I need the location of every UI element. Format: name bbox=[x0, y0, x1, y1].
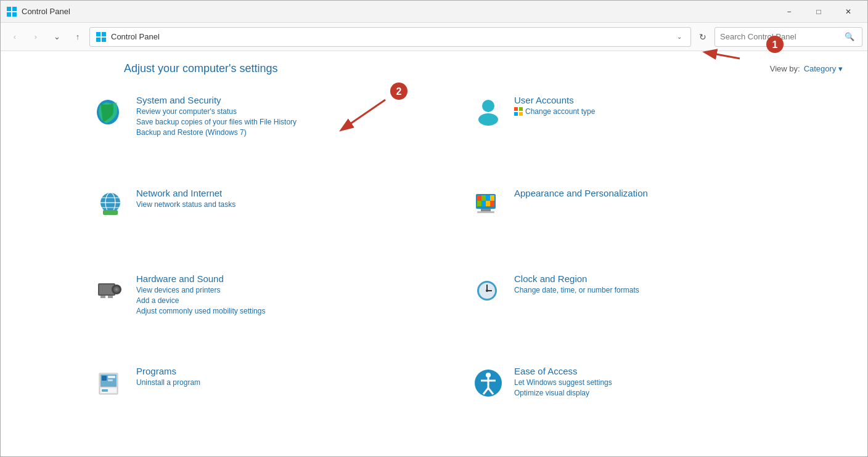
svg-rect-38 bbox=[100, 296, 105, 298]
appearance-text: Appearance and Personalization bbox=[514, 188, 648, 198]
category-hardware-sound[interactable]: Hardware and Sound View devices and prin… bbox=[87, 266, 465, 359]
svg-point-44 bbox=[486, 289, 488, 292]
windows-logo-icon bbox=[514, 107, 523, 116]
network-internet-title[interactable]: Network and Internet bbox=[136, 188, 235, 198]
clock-region-link-0[interactable]: Change date, time, or number formats bbox=[514, 286, 639, 294]
svg-rect-28 bbox=[481, 201, 486, 206]
svg-rect-1 bbox=[12, 7, 17, 11]
system-security-link-0[interactable]: Review your computer's status bbox=[136, 107, 297, 116]
system-security-text: System and Security Review your computer… bbox=[136, 95, 297, 137]
svg-rect-4 bbox=[96, 32, 100, 36]
svg-rect-49 bbox=[108, 379, 113, 381]
system-security-link-2[interactable]: Backup and Restore (Windows 7) bbox=[136, 128, 297, 137]
svg-rect-20 bbox=[103, 210, 118, 215]
app-icon bbox=[6, 6, 18, 18]
minimize-button[interactable]: − bbox=[775, 1, 803, 23]
svg-rect-6 bbox=[96, 38, 100, 42]
back-button[interactable]: ‹ bbox=[6, 28, 24, 46]
top-bar: Adjust your computer's settings View by:… bbox=[1, 51, 867, 81]
network-internet-icon bbox=[93, 188, 128, 222]
clock-region-icon bbox=[471, 273, 506, 308]
svg-rect-47 bbox=[102, 376, 107, 381]
view-by: View by: Category ▾ bbox=[770, 64, 843, 73]
user-accounts-title[interactable]: User Accounts bbox=[514, 95, 595, 105]
svg-rect-2 bbox=[7, 12, 11, 17]
address-bar: ‹ › ⌄ ↑ Control Panel ⌄ ↻ 🔍 bbox=[1, 23, 867, 51]
svg-rect-39 bbox=[108, 296, 113, 298]
system-security-title[interactable]: System and Security bbox=[136, 95, 297, 105]
maximize-button[interactable]: □ bbox=[805, 1, 833, 23]
system-security-link-1[interactable]: Save backup copies of your files with Fi… bbox=[136, 118, 297, 126]
programs-icon bbox=[93, 366, 128, 400]
svg-rect-5 bbox=[102, 32, 106, 36]
clock-region-text: Clock and Region Change date, time, or n… bbox=[514, 273, 639, 294]
ease-of-access-icon bbox=[471, 366, 506, 400]
view-by-label: View by: bbox=[770, 64, 800, 73]
address-icon bbox=[95, 31, 107, 43]
ease-of-access-text: Ease of Access Let Windows suggest setti… bbox=[514, 366, 612, 397]
user-accounts-icon bbox=[471, 95, 506, 129]
category-system-security[interactable]: System and Security Review your computer… bbox=[87, 87, 465, 180]
category-clock-region[interactable]: Clock and Region Change date, time, or n… bbox=[465, 266, 843, 359]
ease-of-access-title[interactable]: Ease of Access bbox=[514, 366, 612, 376]
title-bar: Control Panel − □ ✕ bbox=[1, 1, 867, 23]
svg-point-37 bbox=[115, 288, 118, 291]
categories-grid: System and Security Review your computer… bbox=[1, 81, 867, 456]
programs-title[interactable]: Programs bbox=[136, 366, 200, 376]
svg-rect-32 bbox=[477, 211, 494, 213]
svg-point-10 bbox=[478, 113, 498, 126]
hardware-sound-link-0[interactable]: View devices and printers bbox=[136, 286, 265, 294]
svg-rect-11 bbox=[514, 107, 518, 111]
user-accounts-link-0[interactable]: Change account type bbox=[525, 107, 595, 116]
clock-region-title[interactable]: Clock and Region bbox=[514, 273, 639, 284]
svg-rect-13 bbox=[514, 112, 518, 116]
hardware-sound-text: Hardware and Sound View devices and prin… bbox=[136, 273, 265, 315]
hardware-sound-title[interactable]: Hardware and Sound bbox=[136, 273, 265, 284]
network-internet-link-0[interactable]: View network status and tasks bbox=[136, 200, 235, 209]
appearance-icon bbox=[471, 188, 506, 222]
svg-rect-14 bbox=[519, 112, 523, 116]
hardware-sound-link-2[interactable]: Adjust commonly used mobility settings bbox=[136, 307, 265, 315]
address-dropdown-icon[interactable]: ⌄ bbox=[673, 27, 686, 47]
address-field[interactable]: Control Panel ⌄ bbox=[89, 27, 691, 47]
category-programs[interactable]: Programs Uninstall a program bbox=[87, 358, 465, 444]
svg-rect-12 bbox=[519, 107, 523, 111]
programs-link-0[interactable]: Uninstall a program bbox=[136, 378, 200, 387]
svg-point-9 bbox=[482, 100, 494, 112]
svg-rect-51 bbox=[102, 389, 108, 392]
refresh-button[interactable]: ↻ bbox=[694, 28, 712, 46]
category-network-internet[interactable]: Network and Internet View network status… bbox=[87, 180, 465, 266]
svg-rect-25 bbox=[486, 195, 490, 201]
svg-rect-30 bbox=[490, 201, 494, 206]
address-text: Control Panel bbox=[111, 32, 673, 41]
svg-point-53 bbox=[486, 373, 491, 378]
close-button[interactable]: ✕ bbox=[834, 1, 862, 23]
category-ease-of-access[interactable]: Ease of Access Let Windows suggest setti… bbox=[465, 358, 843, 444]
svg-rect-29 bbox=[486, 201, 490, 206]
programs-text: Programs Uninstall a program bbox=[136, 366, 200, 387]
svg-rect-31 bbox=[481, 209, 491, 211]
ease-of-access-link-1[interactable]: Optimize visual display bbox=[514, 389, 612, 397]
page-title: Adjust your computer's settings bbox=[124, 62, 278, 75]
svg-rect-48 bbox=[108, 376, 115, 378]
svg-rect-23 bbox=[477, 195, 481, 201]
svg-rect-26 bbox=[490, 195, 494, 201]
view-by-dropdown[interactable]: Category ▾ bbox=[804, 64, 843, 73]
up-button[interactable]: ↑ bbox=[68, 28, 87, 46]
dropdown-button[interactable]: ⌄ bbox=[47, 28, 66, 46]
hardware-sound-link-1[interactable]: Add a device bbox=[136, 296, 265, 305]
window-title: Control Panel bbox=[22, 7, 775, 16]
search-input[interactable] bbox=[720, 32, 842, 41]
svg-rect-7 bbox=[102, 38, 106, 42]
forward-button[interactable]: › bbox=[27, 28, 45, 46]
svg-rect-0 bbox=[7, 7, 11, 11]
main-content: Adjust your computer's settings View by:… bbox=[1, 51, 867, 456]
search-box[interactable]: 🔍 bbox=[714, 27, 862, 47]
hardware-sound-icon bbox=[93, 273, 128, 308]
ease-of-access-link-0[interactable]: Let Windows suggest settings bbox=[514, 378, 612, 387]
appearance-title[interactable]: Appearance and Personalization bbox=[514, 188, 648, 198]
search-icon[interactable]: 🔍 bbox=[842, 30, 857, 44]
category-appearance[interactable]: Appearance and Personalization bbox=[465, 180, 843, 266]
system-security-icon bbox=[93, 95, 128, 129]
category-user-accounts[interactable]: User Accounts Change account type bbox=[465, 87, 843, 180]
